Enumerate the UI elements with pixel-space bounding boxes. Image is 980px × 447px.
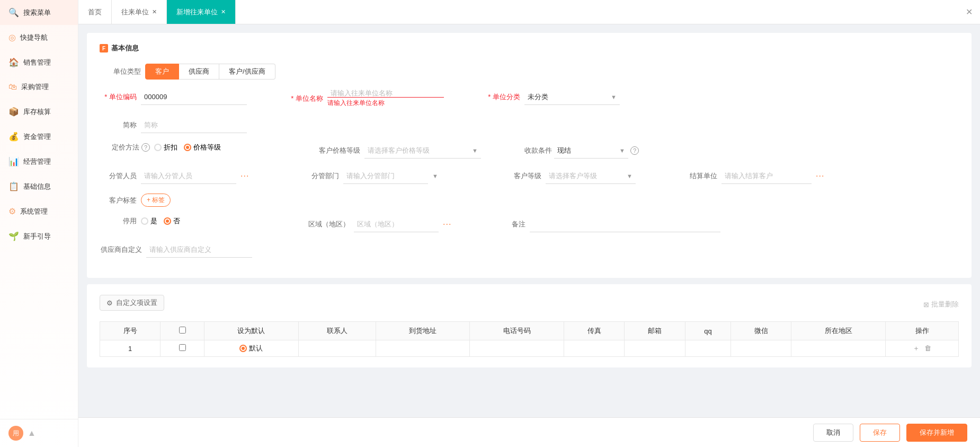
type-btn-customer[interactable]: 客户 [145, 64, 179, 80]
tab-business-units[interactable]: 往来单位 ✕ [112, 0, 167, 24]
table-row: 1 默认 [100, 340, 959, 357]
main-area: 首页 往来单位 ✕ 新增往来单位 ✕ ✕ F 基本信息 单位类型 客户 供应商 [78, 0, 980, 447]
sidebar-item-inventory[interactable]: 📦 库存核算 [0, 99, 78, 124]
disable-no-radio[interactable]: 否 [164, 216, 180, 226]
pricing-help-icon[interactable]: ? [141, 143, 150, 152]
finance-icon: 💰 [8, 132, 19, 142]
pricing-radio-discount[interactable]: 折扣 [154, 143, 177, 152]
abbr-input[interactable] [141, 117, 247, 133]
add-row-btn[interactable]: ＋ [913, 344, 920, 352]
tag-label: 客户标签 [100, 196, 137, 205]
cell-phone [470, 340, 564, 357]
row-checkbox[interactable] [179, 344, 186, 351]
discount-radio-circle [154, 144, 162, 151]
payment-terms-select[interactable]: 现结 ▼ [554, 143, 628, 159]
tab-business-units-close[interactable]: ✕ [152, 8, 157, 15]
disable-yes-radio[interactable]: 是 [141, 216, 157, 226]
remarks-input[interactable] [530, 216, 720, 232]
abbr-label: 简称 [100, 120, 137, 130]
tab-home[interactable]: 首页 [78, 0, 112, 24]
region-more-btn[interactable]: ··· [443, 220, 451, 229]
default-radio[interactable]: 默认 [210, 344, 293, 353]
pricing-radio-group: 折扣 价格等级 [154, 143, 221, 152]
supplier-custom-group: 供应商自定义 [100, 242, 301, 258]
cust-price-level-arrow: ▼ [472, 147, 478, 154]
sidebar-item-quick-nav[interactable]: ◎ 快捷导航 [0, 25, 78, 50]
sidebar-item-new-user[interactable]: 🌱 新手引导 [0, 224, 78, 249]
cust-price-level-select[interactable]: 请选择客户价格等级 ▼ [364, 143, 481, 159]
pricing-radio-level[interactable]: 价格等级 [184, 143, 221, 152]
unit-code-input[interactable] [141, 89, 247, 105]
region-input[interactable] [354, 216, 439, 232]
unit-code-label: * 单位编码 [100, 92, 137, 102]
batch-delete-icon: ⊠ [923, 301, 929, 309]
customer-level-select[interactable]: 请选择客户等级 ▼ [546, 168, 636, 184]
supplier-custom-row: 供应商自定义 [100, 242, 959, 258]
inventory-icon: 📦 [8, 107, 19, 117]
supplier-custom-input[interactable] [146, 242, 252, 258]
unit-category-arrow: ▼ [611, 94, 617, 100]
unit-code-name-cat-row: * 单位编码 * 单位名称 请输入往来单位名称 * 单位分类 [100, 89, 959, 108]
tag-row: 客户标签 + 标签 [100, 194, 959, 207]
sidebar-item-purchase[interactable]: 🛍 采购管理 [0, 75, 78, 99]
save-button[interactable]: 保存 [860, 424, 900, 442]
tabbar-close-all[interactable]: ✕ [958, 0, 980, 24]
section-title-icon: F [100, 44, 108, 52]
sidebar-bottom-icon: ▲ [28, 428, 36, 438]
sidebar: 🔍 搜索菜单 ◎ 快捷导航 🏠 销售管理 🛍 采购管理 📦 库存核算 💰 资金管… [0, 0, 78, 447]
col-address: 到货地址 [376, 322, 470, 340]
manager-input[interactable] [141, 168, 236, 184]
delete-row-btn[interactable]: 🗑 [924, 344, 931, 352]
payment-terms-group: 收款条件 现结 ▼ ? [515, 143, 674, 159]
settlement-group: 结算单位 ··· [680, 168, 866, 184]
dept-input[interactable] [343, 168, 428, 184]
col-region: 所在地区 [791, 322, 886, 340]
unit-category-label: * 单位分类 [483, 92, 520, 102]
cust-price-level-group: 客户价格等级 请选择客户价格等级 ▼ [318, 143, 498, 159]
manager-label: 分管人员 [100, 171, 137, 181]
content-area: F 基本信息 单位类型 客户 供应商 客户/供应商 * 单位编码 [78, 24, 980, 417]
col-fax: 传真 [564, 322, 625, 340]
cell-wechat [731, 340, 791, 357]
customer-level-arrow: ▼ [627, 173, 632, 179]
unit-category-group: * 单位分类 未分类 ▼ [483, 89, 653, 105]
manager-more-btn[interactable]: ··· [240, 171, 249, 181]
cust-price-level-label: 客户价格等级 [318, 146, 360, 155]
customer-level-label: 客户等级 [504, 171, 541, 181]
cell-action: ＋ 🗑 [886, 340, 959, 357]
select-all-checkbox[interactable] [179, 327, 186, 334]
tab-new-business-unit-close[interactable]: ✕ [221, 8, 226, 15]
sidebar-item-finance[interactable]: 💰 资金管理 [0, 124, 78, 149]
payment-terms-label: 收款条件 [515, 146, 552, 155]
save-new-button[interactable]: 保存并新增 [906, 424, 967, 442]
default-radio-circle [239, 345, 247, 352]
supplier-custom-label: 供应商自定义 [100, 245, 142, 255]
search-icon: 🔍 [8, 7, 19, 17]
type-btn-group: 客户 供应商 客户/供应商 [145, 64, 275, 80]
unit-category-select[interactable]: 未分类 ▼ [524, 89, 620, 105]
cancel-button[interactable]: 取消 [813, 424, 853, 442]
sidebar-item-operations[interactable]: 📊 经营管理 [0, 149, 78, 174]
settlement-input[interactable] [721, 168, 812, 184]
unit-name-input[interactable] [327, 89, 444, 98]
custom-settings-btn[interactable]: ⚙ 自定义项设置 [100, 295, 164, 311]
sidebar-item-basic-info[interactable]: 📋 基础信息 [0, 174, 78, 199]
unit-type-row: 单位类型 客户 供应商 客户/供应商 [100, 64, 959, 80]
quick-nav-icon: ◎ [8, 32, 16, 42]
type-btn-both[interactable]: 客户/供应商 [219, 64, 275, 80]
batch-delete-btn[interactable]: ⊠ 批量删除 [923, 300, 959, 309]
type-btn-supplier[interactable]: 供应商 [179, 64, 219, 80]
payment-terms-help-icon[interactable]: ? [630, 146, 639, 155]
sidebar-item-sales[interactable]: 🏠 销售管理 [0, 50, 78, 75]
add-tag-btn[interactable]: + 标签 [141, 194, 171, 207]
sidebar-item-system[interactable]: ⚙ 系统管理 [0, 199, 78, 224]
manager-group: 分管人员 ··· [100, 168, 290, 184]
settlement-more-btn[interactable]: ··· [816, 171, 824, 181]
disable-group: 停用 是 否 [100, 216, 290, 226]
basic-info-card: F 基本信息 单位类型 客户 供应商 客户/供应商 * 单位编码 [87, 33, 972, 278]
sidebar-item-search[interactable]: 🔍 搜索菜单 [0, 0, 78, 25]
tab-new-business-unit[interactable]: 新增往来单位 ✕ [167, 0, 236, 24]
section-title: F 基本信息 [100, 43, 959, 53]
dept-arrow: ▼ [432, 173, 438, 179]
pricing-label: 定价方法 [100, 143, 139, 152]
